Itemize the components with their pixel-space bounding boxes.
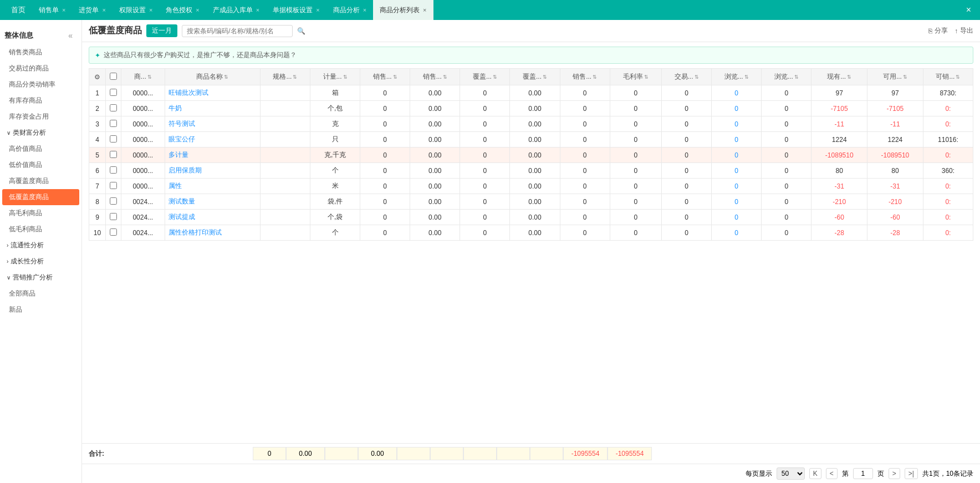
- row-browse1[interactable]: 0: [712, 116, 762, 132]
- sidebar-section-marketing[interactable]: ∨ 营销推广分析: [0, 270, 81, 286]
- column-code[interactable]: 商...⇅: [121, 69, 165, 85]
- column-saleable[interactable]: 可销...⇅: [923, 69, 973, 85]
- row-browse1[interactable]: 0: [712, 163, 762, 179]
- sidebar-item-all-goods[interactable]: 全部商品: [0, 286, 81, 302]
- column-sales1[interactable]: 销售...⇅: [360, 69, 410, 85]
- column-cover2[interactable]: 覆盖...⇅: [510, 69, 560, 85]
- column-sales2[interactable]: 销售...⇅: [410, 69, 460, 85]
- column-browse2[interactable]: 浏览...⇅: [762, 69, 811, 85]
- prev-page-button[interactable]: <: [826, 468, 838, 479]
- nav-close-icon[interactable]: ×: [256, 7, 259, 13]
- sidebar-item-high-margin[interactable]: 高毛利商品: [0, 205, 81, 221]
- sidebar-item-stocked-goods[interactable]: 有库存商品: [0, 93, 81, 109]
- column-available[interactable]: 可用...⇅: [867, 69, 923, 85]
- row-checkbox-cell[interactable]: [106, 163, 121, 179]
- nav-close-icon[interactable]: ×: [423, 7, 426, 13]
- row-browse1[interactable]: 0: [712, 148, 762, 163]
- row-checkbox-cell[interactable]: [106, 101, 121, 116]
- row-checkbox[interactable]: [110, 151, 117, 158]
- next-page-button[interactable]: >: [889, 468, 900, 479]
- sidebar-section-liquidity[interactable]: › 流通性分析: [0, 237, 81, 253]
- browse-link[interactable]: 0: [734, 105, 738, 113]
- last-page-button[interactable]: >|: [905, 468, 918, 479]
- row-name[interactable]: 属性价格打印测试: [165, 225, 260, 241]
- search-icon[interactable]: 🔍: [297, 27, 305, 35]
- column-settings[interactable]: ⚙: [89, 69, 106, 85]
- row-checkbox[interactable]: [110, 228, 117, 236]
- row-checkbox-cell[interactable]: [106, 179, 121, 194]
- column-current[interactable]: 现有...⇅: [811, 69, 867, 85]
- nav-product-analysis-list[interactable]: 商品分析列表 ×: [373, 0, 433, 20]
- row-name[interactable]: 属性: [165, 179, 260, 194]
- row-checkbox[interactable]: [110, 166, 117, 174]
- browse-link[interactable]: 0: [734, 229, 738, 237]
- column-checkbox[interactable]: [106, 69, 121, 85]
- time-filter-button[interactable]: 近一月: [146, 24, 177, 37]
- sidebar-item-low-value[interactable]: 低价值商品: [0, 157, 81, 173]
- nav-sales-order[interactable]: 销售单 ×: [32, 0, 72, 20]
- page-number-input[interactable]: [853, 468, 873, 479]
- row-checkbox[interactable]: [110, 120, 117, 127]
- row-checkbox-cell[interactable]: [106, 116, 121, 132]
- nav-permissions[interactable]: 权限设置 ×: [113, 0, 159, 20]
- row-browse1[interactable]: 0: [712, 85, 762, 101]
- nav-close-icon[interactable]: ×: [62, 7, 65, 13]
- nav-home[interactable]: 首页: [4, 0, 32, 20]
- browse-link[interactable]: 0: [734, 182, 738, 190]
- nav-close-icon[interactable]: ×: [149, 7, 152, 13]
- row-browse1[interactable]: 0: [712, 210, 762, 225]
- row-browse1[interactable]: 0: [712, 132, 762, 148]
- browse-link[interactable]: 0: [734, 151, 738, 159]
- row-name[interactable]: 启用保质期: [165, 163, 260, 179]
- browse-link[interactable]: 0: [734, 89, 738, 97]
- column-browse1[interactable]: 浏览...⇅: [712, 69, 762, 85]
- nav-close-icon[interactable]: ×: [363, 7, 366, 13]
- close-all-tabs[interactable]: ×: [962, 5, 976, 15]
- sidebar-collapse-button[interactable]: «: [64, 29, 77, 42]
- sidebar-section-wealth-analysis[interactable]: ∨ 类财富分析: [0, 125, 81, 141]
- search-input[interactable]: [182, 25, 293, 37]
- first-page-button[interactable]: K: [809, 468, 821, 479]
- sidebar-item-sales-goods[interactable]: 销售类商品: [0, 44, 81, 60]
- column-cover1[interactable]: 覆盖...⇅: [460, 69, 510, 85]
- row-name[interactable]: 测试数量: [165, 194, 260, 210]
- browse-link[interactable]: 0: [734, 213, 738, 221]
- nav-close-icon[interactable]: ×: [316, 7, 319, 13]
- row-checkbox-cell[interactable]: [106, 148, 121, 163]
- row-name[interactable]: 牛奶: [165, 101, 260, 116]
- row-checkbox[interactable]: [110, 89, 117, 96]
- nav-purchase-order[interactable]: 进货单 ×: [72, 0, 112, 20]
- sidebar-item-low-margin[interactable]: 低毛利商品: [0, 221, 81, 237]
- select-all-checkbox[interactable]: [110, 73, 117, 80]
- share-button[interactable]: ⎘ 分享: [928, 26, 948, 35]
- row-checkbox[interactable]: [110, 213, 117, 220]
- sidebar-section-growth[interactable]: › 成长性分析: [0, 253, 81, 270]
- sidebar-item-high-coverage[interactable]: 高覆盖度商品: [0, 173, 81, 189]
- row-browse1[interactable]: 0: [712, 101, 762, 116]
- nav-close-icon[interactable]: ×: [102, 7, 105, 13]
- row-browse1[interactable]: 0: [712, 225, 762, 241]
- sidebar-item-category-rate[interactable]: 商品分类动销率: [0, 77, 81, 93]
- sidebar-item-low-coverage[interactable]: 低覆盖度商品: [2, 189, 79, 205]
- row-checkbox-cell[interactable]: [106, 85, 121, 101]
- column-gross[interactable]: 毛利率⇅: [610, 69, 661, 85]
- column-spec[interactable]: 规格...⇅: [260, 69, 310, 85]
- row-checkbox[interactable]: [110, 104, 117, 111]
- row-checkbox[interactable]: [110, 135, 117, 143]
- row-checkbox-cell[interactable]: [106, 132, 121, 148]
- row-name[interactable]: 眼宝公仔: [165, 132, 260, 148]
- browse-link[interactable]: 0: [734, 120, 738, 128]
- sidebar-item-high-value[interactable]: 高价值商品: [0, 141, 81, 157]
- sidebar-item-new-goods[interactable]: 新品: [0, 302, 81, 318]
- export-button[interactable]: ↑ 导出: [955, 26, 973, 35]
- row-checkbox[interactable]: [110, 182, 117, 189]
- browse-link[interactable]: 0: [734, 167, 738, 175]
- row-checkbox-cell[interactable]: [106, 194, 121, 210]
- column-unit[interactable]: 计量...⇅: [310, 69, 360, 85]
- column-sales3[interactable]: 销售...⇅: [560, 69, 610, 85]
- row-name[interactable]: 符号测试: [165, 116, 260, 132]
- column-trade[interactable]: 交易...⇅: [661, 69, 711, 85]
- row-checkbox-cell[interactable]: [106, 225, 121, 241]
- row-browse1[interactable]: 0: [712, 179, 762, 194]
- sidebar-item-traded-goods[interactable]: 交易过的商品: [0, 60, 81, 77]
